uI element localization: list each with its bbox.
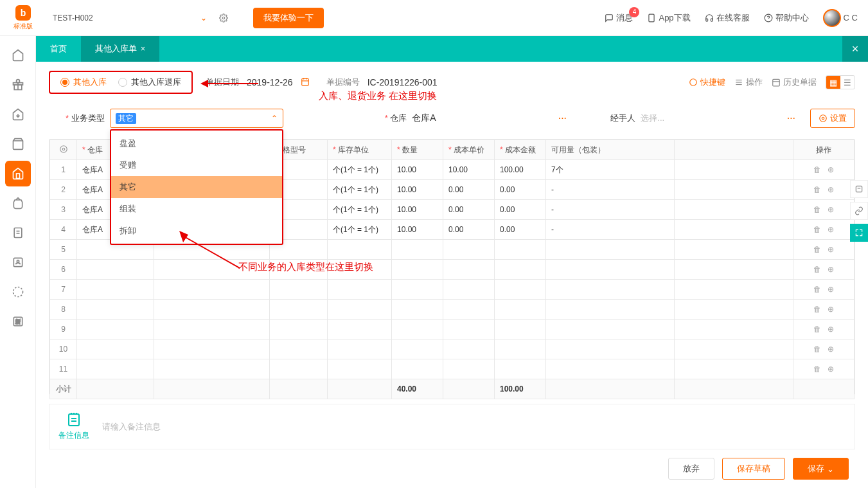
settings-gear-button[interactable] (213, 8, 234, 28)
username: C C (844, 13, 858, 23)
logo-subtitle: 标准版 (13, 22, 33, 31)
headset-icon (705, 14, 714, 23)
header-right: 消息 4 App下载 在线客服 帮助中心 C C (605, 9, 858, 27)
app-download-label: App下载 (659, 12, 690, 24)
company-select[interactable]: TEST-H002 ⌄ (46, 8, 213, 28)
messages-badge: 4 (629, 7, 639, 17)
logo-icon: b (15, 5, 31, 21)
gear-icon (219, 14, 228, 23)
user-menu[interactable]: C C (823, 9, 858, 27)
message-icon (605, 14, 614, 23)
logo[interactable]: b 标准版 (10, 5, 36, 31)
svg-rect-1 (649, 14, 654, 22)
avatar (823, 9, 841, 27)
top-header: b 标准版 TEST-H002 ⌄ 我要体验一下 消息 4 App下载 在线客服… (0, 0, 868, 36)
messages-link[interactable]: 消息 4 (605, 12, 633, 24)
chevron-down-icon: ⌄ (200, 14, 207, 23)
support-label: 在线客服 (716, 12, 750, 24)
company-name: TEST-H002 (53, 14, 93, 23)
help-link[interactable]: 帮助中心 (764, 12, 809, 24)
help-icon (764, 14, 773, 23)
phone-icon (647, 14, 656, 23)
support-link[interactable]: 在线客服 (705, 12, 750, 24)
help-label: 帮助中心 (775, 12, 809, 24)
experience-button[interactable]: 我要体验一下 (253, 8, 324, 28)
app-download-link[interactable]: App下载 (647, 12, 690, 24)
svg-point-0 (222, 17, 225, 19)
